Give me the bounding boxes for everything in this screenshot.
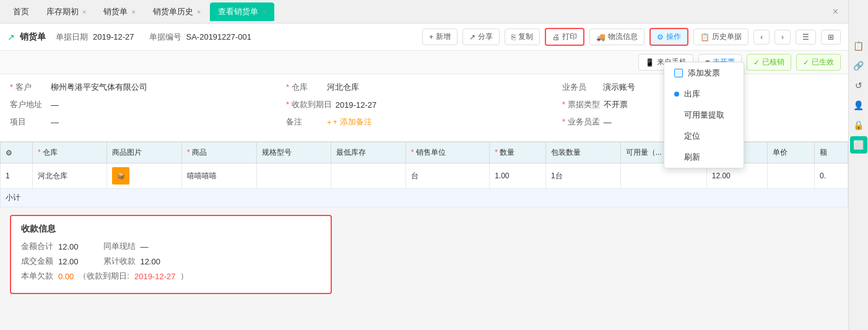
print-label: 打印 xyxy=(562,32,577,42)
payment-info-box: 收款信息 金额合计 12.00 同单现结 — 成交金额 12.00 累计收款 1… xyxy=(10,215,332,294)
address-label: 客户地址 xyxy=(10,99,47,110)
tab-view-sales-close[interactable]: × xyxy=(262,8,266,15)
share-icon: ↗ xyxy=(469,33,475,41)
operations-button[interactable]: ⚙ 操作 xyxy=(649,28,688,46)
verified-label: 已核销 xyxy=(762,57,784,67)
nav-prev-button[interactable]: ‹ xyxy=(753,30,770,45)
logistics-icon: 🚚 xyxy=(596,33,605,41)
sidebar-icon-link[interactable]: 🔗 xyxy=(850,57,867,74)
salesperson-value: — xyxy=(604,118,612,127)
row-warehouse: 河北仓库 xyxy=(32,163,107,189)
window-close-button[interactable]: × xyxy=(828,6,843,17)
history-label: 历史单据 xyxy=(712,32,742,42)
payment-row-2: 成交金额 12.00 累计收款 12.00 xyxy=(21,256,321,267)
deal-amount-label: 成交金额 xyxy=(21,256,53,267)
new-icon: + xyxy=(429,33,433,41)
add-note-button[interactable]: + + 添加备注 xyxy=(327,116,372,128)
add-invoice-label: 添加发票 xyxy=(688,67,720,79)
row-quantity: 1.00 xyxy=(490,163,546,189)
col-warehouse: * 仓库 xyxy=(32,142,107,163)
effective-icon: ✓ xyxy=(803,58,809,67)
col-settings[interactable]: ⚙ xyxy=(1,142,33,163)
dropdown-available-extract[interactable]: 可用量提取 xyxy=(664,105,744,126)
nav-next-button[interactable]: › xyxy=(775,30,791,45)
sidebar-icon-doc[interactable]: 📋 xyxy=(850,37,867,54)
tab-history[interactable]: 销货单历史 × xyxy=(145,2,209,21)
operations-icon: ⚙ xyxy=(657,33,664,41)
locate-label: 定位 xyxy=(684,131,700,142)
owed-note: （收款到期日: xyxy=(79,271,129,282)
available-extract-label: 可用量提取 xyxy=(684,110,724,121)
owed-close: ） xyxy=(180,271,188,282)
employee-value: 演示账号 xyxy=(603,82,635,93)
new-button[interactable]: + 新增 xyxy=(422,28,458,45)
note-label: 备注 xyxy=(286,116,323,128)
copy-button[interactable]: ⎘ 复制 xyxy=(505,28,540,45)
project-label: 项目 xyxy=(10,116,47,128)
total-amount-label: 金额合计 xyxy=(21,241,53,252)
customer-field: 客户 柳州粤港平安气体有限公司 xyxy=(10,82,286,93)
print-icon: 🖨 xyxy=(552,33,560,41)
subtotal-label: 小计 xyxy=(1,189,848,207)
sidebar-icon-user[interactable]: 👤 xyxy=(850,97,867,114)
doc-icon: ↗ xyxy=(7,32,15,42)
total-amount-item: 金额合计 12.00 xyxy=(21,241,79,252)
col-quantity: * 数量 xyxy=(490,142,546,163)
sidebar-icon-lock[interactable]: 🔒 xyxy=(850,116,867,134)
row-index: 1 xyxy=(1,163,33,189)
tab-sales-close[interactable]: × xyxy=(131,8,135,15)
project-field: 项目 — xyxy=(10,116,286,128)
add-note-label: + 添加备注 xyxy=(333,116,372,128)
same-order-item: 同单现结 — xyxy=(103,241,149,252)
verified-icon: ✓ xyxy=(753,58,760,67)
refresh-label: 刷新 xyxy=(684,152,700,163)
product-thumbnail: 📦 xyxy=(112,167,129,185)
dropdown-outbound[interactable]: 出库 xyxy=(664,84,744,105)
list-view-icon: ☰ xyxy=(802,33,809,41)
tab-home-label: 首页 xyxy=(13,6,29,17)
sidebar-icon-refresh[interactable]: ↺ xyxy=(850,77,867,94)
ticket-value: 不开票 xyxy=(604,99,628,110)
col-spec: 规格型号 xyxy=(256,142,331,163)
history-button[interactable]: 📋 历史单据 xyxy=(693,28,749,45)
tab-history-close[interactable]: × xyxy=(197,8,201,15)
outbound-dot xyxy=(674,92,679,97)
list-view-button[interactable]: ☰ xyxy=(796,30,816,45)
row-img: 📦 xyxy=(107,163,182,189)
tab-inventory[interactable]: 库存期初 × xyxy=(38,2,94,21)
print-button[interactable]: 🖨 打印 xyxy=(545,28,584,46)
col-amount: 额 xyxy=(815,142,848,163)
logistics-label: 物流信息 xyxy=(608,32,638,42)
grid-view-button[interactable]: ⊞ xyxy=(821,30,841,45)
tab-home[interactable]: 首页 xyxy=(5,2,37,21)
dropdown-refresh[interactable]: 刷新 xyxy=(664,147,744,168)
operations-dropdown: 添加发票 出库 可用量提取 定位 刷新 xyxy=(664,62,744,168)
effective-badge: ✓ 已生效 xyxy=(796,54,841,71)
salesperson-label: 业务员孟 xyxy=(562,116,600,128)
tab-sales-label: 销货单 xyxy=(103,6,128,17)
date-value: 2019-12-27 xyxy=(93,32,134,41)
col-img: 商品图片 xyxy=(107,142,182,163)
logistics-button[interactable]: 🚚 物流信息 xyxy=(589,28,644,45)
total-amount-value: 12.00 xyxy=(58,242,79,251)
tab-sales[interactable]: 销货单 × xyxy=(95,2,143,21)
tab-inventory-close[interactable]: × xyxy=(82,8,86,15)
number-label: 单据编号 xyxy=(149,32,181,43)
warehouse-value: 河北仓库 xyxy=(327,82,359,93)
history-icon: 📋 xyxy=(700,33,710,41)
note-field: 备注 + + 添加备注 xyxy=(286,116,562,128)
dropdown-add-invoice[interactable]: 添加发票 xyxy=(664,63,744,84)
sidebar-icon-expand[interactable]: ⬜ xyxy=(850,136,867,154)
row-spec xyxy=(256,163,331,189)
row-unit: 台 xyxy=(406,163,489,189)
share-button[interactable]: ↗ 分享 xyxy=(462,28,500,45)
copy-label: 复制 xyxy=(518,32,533,42)
tab-history-label: 销货单历史 xyxy=(153,6,193,17)
add-invoice-checkbox xyxy=(674,69,683,77)
dropdown-locate[interactable]: 定位 xyxy=(664,126,744,147)
deal-amount-item: 成交金额 12.00 xyxy=(21,256,79,267)
settings-icon: ⚙ xyxy=(6,149,12,157)
verified-badge: ✓ 已核销 xyxy=(747,54,791,71)
col-pack-qty: 包装数量 xyxy=(546,142,621,163)
tab-view-sales[interactable]: 查看销货单 × xyxy=(210,2,274,21)
